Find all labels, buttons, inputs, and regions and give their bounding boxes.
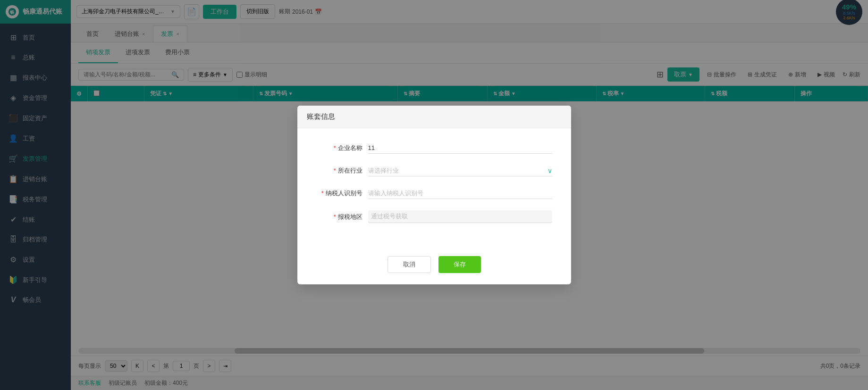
tax-region-row: * 报税地区 通过税号获取 (316, 210, 552, 223)
account-info-dialog: 账套信息 * 企业名称 * 所在行业 ∨ (297, 106, 571, 284)
required-mark-4: * (334, 213, 336, 220)
required-mark: * (334, 144, 336, 151)
dialog-footer: 取消 保存 (297, 249, 571, 284)
tax-id-row: * 纳税人识别号 (316, 188, 552, 199)
tax-region-display: 通过税号获取 (368, 210, 552, 223)
company-name-row: * 企业名称 (316, 142, 552, 154)
industry-select-wrapper[interactable]: ∨ (368, 165, 552, 176)
dialog-overlay[interactable]: 账套信息 * 企业名称 * 所在行业 ∨ (0, 0, 868, 390)
industry-dropdown-icon: ∨ (548, 167, 552, 174)
tax-id-label: * 纳税人识别号 (316, 189, 368, 198)
required-mark-2: * (334, 167, 336, 174)
tax-id-input[interactable] (368, 188, 552, 199)
dialog-body: * 企业名称 * 所在行业 ∨ * 纳税人识别号 (297, 128, 571, 249)
company-name-input[interactable] (368, 142, 552, 154)
dialog-title: 账套信息 (307, 112, 335, 120)
company-name-label: * 企业名称 (316, 144, 368, 152)
tax-region-label: * 报税地区 (316, 213, 368, 221)
cancel-button[interactable]: 取消 (388, 256, 431, 273)
save-button[interactable]: 保存 (438, 256, 481, 273)
required-mark-3: * (321, 190, 324, 197)
industry-row: * 所在行业 ∨ (316, 165, 552, 176)
industry-label: * 所在行业 (316, 166, 368, 175)
industry-input[interactable] (368, 165, 548, 176)
dialog-header: 账套信息 (297, 106, 571, 128)
